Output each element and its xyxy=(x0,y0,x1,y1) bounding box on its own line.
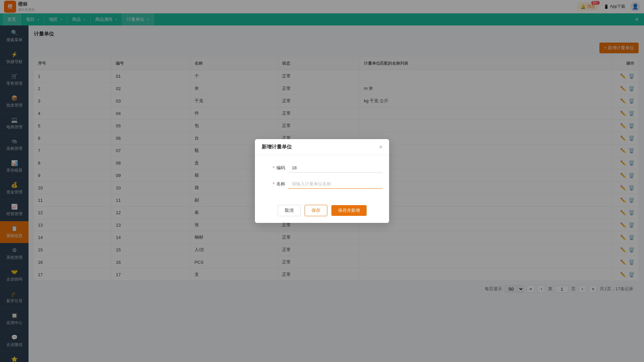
add-unit-modal: 新增计量单位 × * 编码 * 名称 取消 保存 保存并新增 xyxy=(255,139,389,223)
modal-overlay: 新增计量单位 × * 编码 * 名称 取消 保存 保存并新增 xyxy=(0,0,644,362)
save-and-new-button[interactable]: 保存并新增 xyxy=(331,205,367,216)
save-button[interactable]: 保存 xyxy=(305,205,327,216)
code-form-row: * 编码 xyxy=(262,163,382,173)
modal-header: 新增计量单位 × xyxy=(255,139,389,155)
modal-body: * 编码 * 名称 xyxy=(255,155,389,201)
code-input[interactable] xyxy=(288,163,382,173)
name-form-row: * 名称 xyxy=(262,179,382,189)
cancel-button[interactable]: 取消 xyxy=(278,205,301,216)
code-label: * 编码 xyxy=(262,165,285,171)
modal-title: 新增计量单位 xyxy=(262,144,292,150)
name-input[interactable] xyxy=(288,179,382,189)
modal-close-button[interactable]: × xyxy=(379,144,382,150)
modal-footer: 取消 保存 保存并新增 xyxy=(255,201,389,223)
name-label: * 名称 xyxy=(262,181,285,187)
